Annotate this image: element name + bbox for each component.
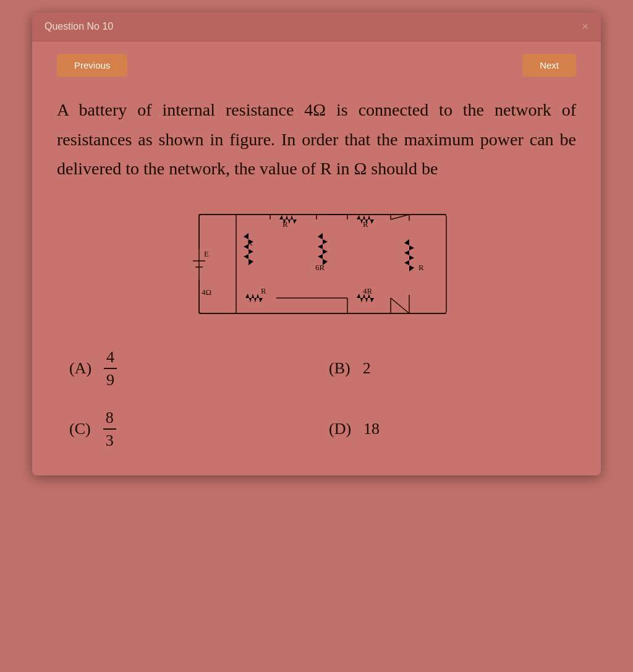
option-c-denominator: 3 — [103, 430, 116, 450]
question-text: A battery of internal resistance 4Ω is c… — [57, 95, 576, 184]
option-b-value: 2 — [363, 359, 371, 378]
modal-body: Previous Next A battery of internal resi… — [32, 41, 601, 475]
circuit-diagram: text { font-family: Georgia, serif; font… — [57, 202, 576, 326]
modal-header: Question No 10 × — [32, 12, 601, 41]
svg-text:E: E — [204, 249, 209, 258]
close-button[interactable]: × — [582, 21, 588, 32]
option-a[interactable]: (A) 4 9 — [69, 347, 304, 389]
svg-text:R: R — [261, 286, 266, 296]
option-c[interactable]: (C) 8 3 — [69, 408, 304, 450]
option-c-label: (C) — [69, 420, 91, 438]
option-a-label: (A) — [69, 359, 91, 378]
option-d-label: (D) — [329, 420, 351, 438]
option-b-label: (B) — [329, 359, 350, 378]
svg-text:R: R — [283, 219, 288, 229]
option-a-fraction: 4 9 — [104, 347, 117, 389]
modal-title: Question No 10 — [45, 21, 113, 32]
svg-line-27 — [391, 298, 409, 313]
option-a-numerator: 4 — [104, 347, 117, 369]
svg-text:4Ω: 4Ω — [202, 287, 211, 297]
option-d-value: 18 — [363, 420, 380, 438]
svg-text:R: R — [363, 219, 368, 229]
option-d[interactable]: (D) 18 — [329, 408, 564, 450]
svg-text:R: R — [418, 263, 424, 272]
next-button[interactable]: Next — [522, 54, 576, 77]
options-grid: (A) 4 9 (B) 2 (C) 8 3 (D) — [57, 347, 576, 451]
option-b[interactable]: (B) 2 — [329, 347, 564, 389]
svg-line-26 — [391, 215, 409, 219]
svg-text:4R: 4R — [363, 286, 373, 296]
option-c-numerator: 8 — [103, 408, 116, 430]
question-modal: Question No 10 × Previous Next A battery… — [32, 12, 601, 475]
option-c-fraction: 8 3 — [103, 408, 116, 450]
previous-button[interactable]: Previous — [57, 54, 127, 77]
nav-row: Previous Next — [57, 54, 576, 77]
option-a-denominator: 9 — [104, 369, 117, 389]
